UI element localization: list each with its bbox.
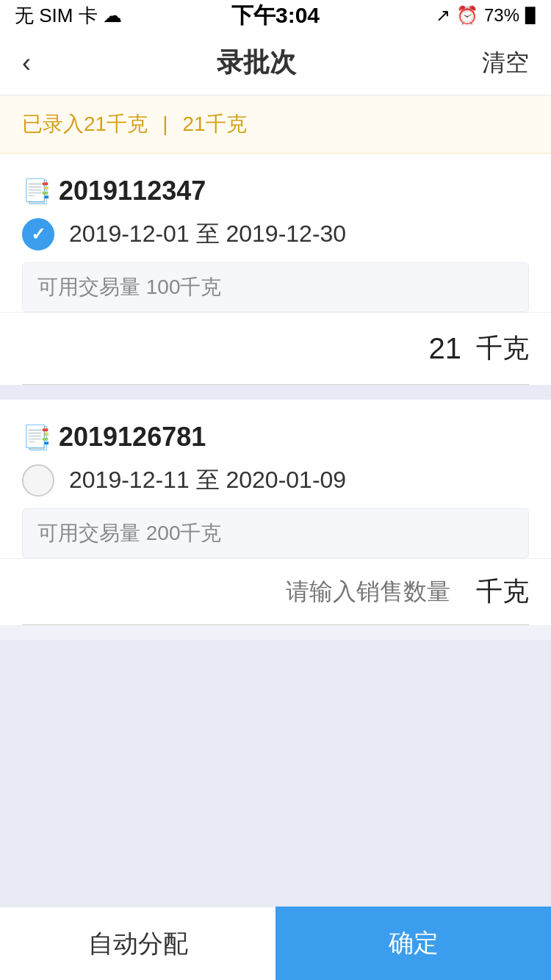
batch-2-input-row: 千克 xyxy=(0,558,551,624)
section-separator-1 xyxy=(0,385,551,400)
batch-2-available: 可用交易量 200千克 xyxy=(22,508,529,558)
batch-1-icon: 📑 xyxy=(22,177,51,205)
info-banner: 已录入21千克 | 21千克 xyxy=(0,96,551,154)
batch-1-date: 2019-12-01 至 2019-12-30 xyxy=(69,218,346,251)
battery-text: 73% xyxy=(484,5,519,26)
batch-2-unit: 千克 xyxy=(476,574,529,610)
status-bar: 无 SIM 卡 ☁ 下午3:04 ↗ ⏰ 73% ▉ xyxy=(0,0,551,31)
info-divider: | xyxy=(162,112,168,136)
batch-item-1: 📑 2019112347 2019-12-01 至 2019-12-30 可用交… xyxy=(0,154,551,385)
batch-2-icon: 📑 xyxy=(22,423,51,451)
batch-item-2: 📑 2019126781 2019-12-11 至 2020-01-09 可用交… xyxy=(0,400,551,625)
auto-distribute-button[interactable]: 自动分配 xyxy=(0,907,276,980)
batch-2-header: 📑 2019126781 xyxy=(22,422,529,453)
back-button[interactable]: ‹ xyxy=(22,48,31,79)
status-right: ↗ ⏰ 73% ▉ xyxy=(436,5,536,26)
batch-2-radio[interactable] xyxy=(22,464,54,497)
info-value: 21千克 xyxy=(182,110,246,138)
batch-1-available-text: 可用交易量 100千克 xyxy=(37,275,222,298)
batch-1-id: 2019112347 xyxy=(59,176,206,206)
recorded-label: 已录入21千克 xyxy=(22,110,148,138)
battery-icon: ▉ xyxy=(525,7,536,24)
batch-1-radio[interactable] xyxy=(22,218,54,251)
bottom-bar: 自动分配 确定 xyxy=(0,907,551,980)
no-sim-text: 无 SIM 卡 ☁ xyxy=(15,3,122,29)
batch-1-quantity-row: 21 千克 xyxy=(0,312,551,384)
batch-2-date-row: 2019-12-11 至 2020-01-09 xyxy=(22,464,529,497)
clear-button[interactable]: 清空 xyxy=(482,47,529,79)
batch-1-header: 📑 2019112347 xyxy=(22,176,529,206)
location-icon: ↗ xyxy=(436,5,450,26)
batch-1-quantity-value: 21 xyxy=(429,332,462,365)
batch-2-date: 2019-12-11 至 2020-01-09 xyxy=(69,464,346,497)
batch-1-quantity-unit: 千克 xyxy=(476,331,529,367)
clock-icon: ⏰ xyxy=(456,5,478,26)
batch-1-available: 可用交易量 100千克 xyxy=(22,262,529,312)
batch-1-date-row: 2019-12-01 至 2019-12-30 xyxy=(22,218,529,251)
batch-2-available-text: 可用交易量 200千克 xyxy=(37,522,222,544)
page-title: 录批次 xyxy=(217,45,296,81)
batch-2-id: 2019126781 xyxy=(59,422,206,453)
nav-bar: ‹ 录批次 清空 xyxy=(0,31,551,96)
batch-2-quantity-input[interactable] xyxy=(212,578,461,605)
status-left: 无 SIM 卡 ☁ xyxy=(15,3,122,29)
confirm-button[interactable]: 确定 xyxy=(276,907,551,980)
status-time: 下午3:04 xyxy=(231,1,320,31)
